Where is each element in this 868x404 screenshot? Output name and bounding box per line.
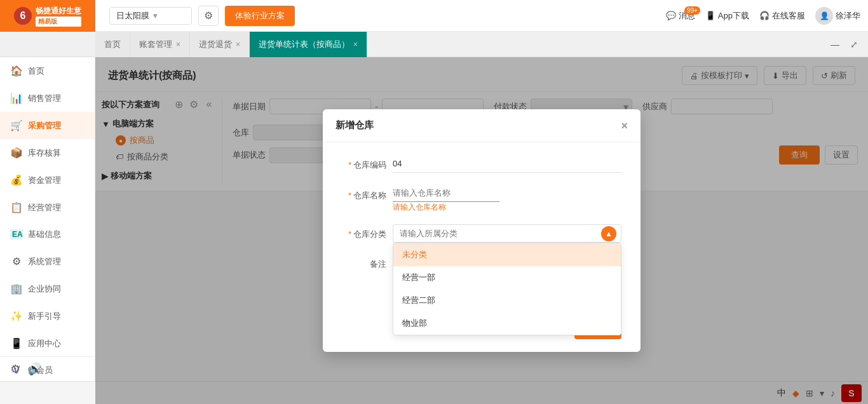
new-warehouse-dialog: 新增仓库 × 仓库编码 仓库名称 — [323, 109, 641, 352]
avatar: 👤 — [815, 7, 833, 25]
sidebar-item-finance[interactable]: 💰 资金管理 — [0, 166, 95, 194]
category-select-wrapper: ▲ 未分类 经营一部 经营二部 物业部 — [393, 224, 621, 243]
category-label: 仓库分类 — [342, 224, 393, 240]
sidebar-item-app-center[interactable]: 📱 应用中心 — [0, 330, 95, 357]
name-input[interactable] — [393, 184, 499, 202]
trial-button[interactable]: 体验行业方案 — [225, 6, 295, 26]
code-label: 仓库编码 — [342, 155, 393, 171]
content-area: 进货单统计(按商品) 🖨 按模板打印 ▾ ⬇ 导出 ↺ 刷新 — [95, 57, 868, 404]
dropdown-item-dept2[interactable]: 经营二部 — [393, 289, 621, 312]
dropdown-item-dept3[interactable]: 物业部 — [393, 312, 621, 335]
category-input[interactable] — [393, 224, 621, 243]
headset-icon: 🎧 — [759, 11, 770, 20]
sidebar-item-basic-info[interactable]: EA 基础信息 — [0, 221, 95, 248]
message-badge: 99+ — [684, 6, 700, 15]
inventory-icon: 📦 — [10, 147, 23, 159]
system-icon: ⚙ — [10, 255, 23, 267]
dialog-overlay: 新增仓库 × 仓库编码 仓库名称 — [95, 57, 868, 404]
user-menu[interactable]: 👤 徐泽华 — [815, 7, 860, 25]
sidebar-item-inventory[interactable]: 📦 库存核算 — [0, 139, 95, 166]
tab-purchase-stats[interactable]: 进货单统计表（按商品） × — [250, 32, 367, 57]
sidebar-item-operations[interactable]: 📋 经营管理 — [0, 194, 95, 221]
logo-area: 6 畅捷通好生意 精易版 — [0, 0, 95, 32]
name-label: 仓库名称 — [342, 185, 393, 201]
tab-close-purchase-stats[interactable]: × — [353, 40, 358, 49]
app-download-button[interactable]: 📱 App下载 — [705, 10, 749, 22]
tab-actions: — ⤢ — [827, 37, 868, 52]
dropdown-item-uncategorized[interactable]: 未分类 — [393, 243, 621, 266]
tab-return[interactable]: 进货退货 × — [190, 32, 250, 57]
message-icon: 💬 — [666, 11, 676, 20]
sidebar-item-sales[interactable]: 📊 销售管理 — [0, 84, 95, 112]
tab-minimize-button[interactable]: — — [827, 37, 843, 52]
purchase-icon: 🛒 — [10, 119, 23, 131]
name-field-row: 仓库名称 请输入仓库名称 — [342, 184, 621, 213]
top-right: 💬 消息 99+ 📱 App下载 🎧 在线客服 👤 徐泽华 — [666, 7, 860, 25]
logo-icon: 6 — [14, 7, 32, 25]
dropdown-item-dept1[interactable]: 经营一部 — [393, 266, 621, 289]
sidebar-bottom: ⚙ 🔊 — [0, 356, 95, 381]
store-name: 日太阳膜 — [116, 10, 149, 22]
phone-icon: 📱 — [705, 11, 715, 20]
sales-icon: 📊 — [10, 92, 23, 104]
sidebar-sound-icon[interactable]: 🔊 — [28, 362, 42, 376]
operations-icon: 📋 — [10, 201, 23, 213]
sidebar: 🏠 首页 📊 销售管理 🛒 采购管理 📦 库存核算 💰 资金管理 📋 经 — [0, 57, 95, 404]
home-icon: 🏠 — [10, 65, 23, 77]
finance-icon: 💰 — [10, 174, 23, 186]
note-label: 备注 — [342, 254, 393, 270]
code-input[interactable] — [393, 155, 621, 173]
sidebar-item-enterprise[interactable]: 🏢 企业协同 — [0, 275, 95, 302]
service-button[interactable]: 🎧 在线客服 — [759, 10, 805, 22]
category-field-row: 仓库分类 ▲ 未分类 经营一部 经营二部 物业部 — [342, 224, 621, 243]
sidebar-settings-icon[interactable]: ⚙ — [10, 362, 20, 376]
tab-close-account[interactable]: × — [176, 40, 180, 49]
tab-home[interactable]: 首页 — [95, 32, 130, 57]
dialog-header: 新增仓库 × — [323, 109, 641, 142]
tab-expand-button[interactable]: ⤢ — [846, 37, 862, 52]
tab-account[interactable]: 账套管理 × — [130, 32, 190, 57]
name-error-message: 请输入仓库名称 — [393, 202, 446, 213]
app-center-icon: 📱 — [10, 337, 23, 349]
category-toggle-button[interactable]: ▲ — [601, 226, 616, 241]
tab-bar: 首页 账套管理 × 进货退货 × 进货单统计表（按商品） × — ⤢ — [0, 32, 868, 57]
store-selector[interactable]: 日太阳膜 ▾ — [109, 7, 192, 25]
tab-close-return[interactable]: × — [236, 40, 240, 49]
category-dropdown: 未分类 经营一部 经营二部 物业部 — [393, 243, 621, 335]
top-bar: 6 畅捷通好生意 精易版 日太阳膜 ▾ ⚙ 体验行业方案 💬 消息 99+ 📱 … — [0, 0, 868, 32]
sidebar-item-home[interactable]: 🏠 首页 — [0, 57, 95, 84]
chevron-down-icon: ▾ — [153, 11, 158, 20]
username-label: 徐泽华 — [836, 10, 860, 22]
sidebar-item-system[interactable]: ⚙ 系统管理 — [0, 248, 95, 275]
dialog-body: 仓库编码 仓库名称 请输入仓库名称 — [323, 142, 641, 310]
sidebar-item-guide[interactable]: ✨ 新手引导 — [0, 302, 95, 330]
sidebar-item-purchase[interactable]: 🛒 采购管理 — [0, 112, 95, 139]
enterprise-icon: 🏢 — [10, 283, 23, 295]
logo-text: 畅捷通好生意 精易版 — [36, 6, 81, 27]
guide-icon: ✨ — [10, 310, 23, 322]
message-button[interactable]: 💬 消息 99+ — [666, 10, 695, 22]
basic-info-icon: EA — [10, 229, 23, 239]
gear-button[interactable]: ⚙ — [198, 6, 219, 26]
code-field-row: 仓库编码 — [342, 155, 621, 173]
dialog-title: 新增仓库 — [336, 119, 374, 131]
dialog-close-button[interactable]: × — [621, 120, 628, 131]
